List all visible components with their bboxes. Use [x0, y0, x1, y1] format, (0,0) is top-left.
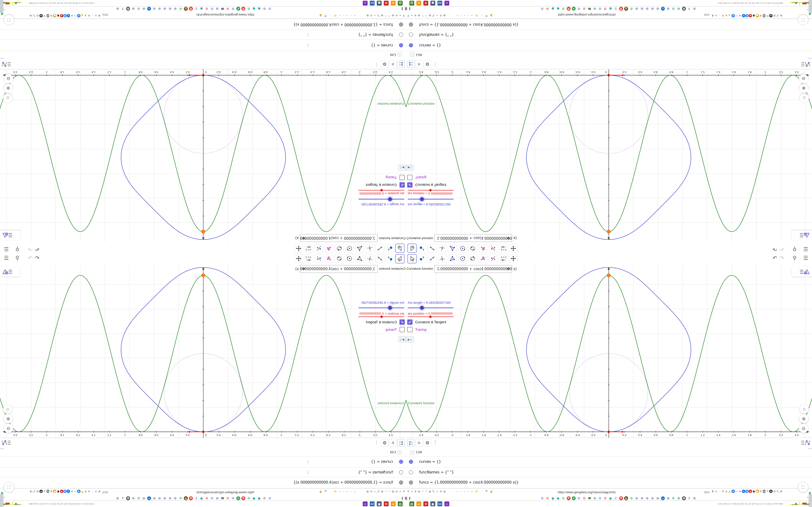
tracing-checkbox[interactable]	[407, 327, 412, 332]
algebra-view-icon[interactable]	[801, 61, 811, 68]
bookmark-favicon[interactable]: G	[262, 496, 266, 500]
browser-icon[interactable]: +	[742, 14, 745, 17]
search-icon[interactable]: ⚲	[792, 246, 798, 252]
browser-icon[interactable]: A	[731, 14, 735, 17]
browser-icon[interactable]: ⚄	[773, 490, 776, 493]
browser-icon[interactable]: ⚙	[29, 14, 33, 17]
settings-gear-button[interactable]: ⚙	[381, 60, 388, 68]
bookmark-favicon[interactable]: G	[540, 496, 544, 500]
zoom-in-button[interactable]: ⊕	[4, 414, 13, 423]
bookmark-favicon[interactable]: ✿	[158, 7, 161, 11]
browser-icon[interactable]: ⚙	[70, 490, 73, 493]
bookmark-favicon[interactable]: G	[247, 7, 251, 11]
tool-move[interactable]	[395, 254, 405, 264]
bookmark-favicon[interactable]: ✿	[142, 7, 146, 11]
tool-ellipse[interactable]	[468, 244, 477, 253]
collapse-button[interactable]: −	[398, 52, 402, 56]
browser-icon[interactable]: ☆	[94, 14, 98, 17]
browser-icon[interactable]: ⧉	[50, 490, 53, 493]
browser-icon[interactable]: ◉	[53, 490, 56, 493]
tool-angle[interactable]: α	[325, 254, 334, 263]
settings-gear-button[interactable]: ⚙	[424, 439, 431, 447]
visibility-marble[interactable]	[399, 460, 403, 464]
browser-icon[interactable]: ◉	[53, 14, 56, 17]
browser-icon[interactable]: ⟳	[87, 14, 91, 17]
search-icon[interactable]: ⚲	[792, 255, 798, 261]
kebab-menu-icon[interactable]: ⋮	[306, 43, 310, 48]
browser-icon[interactable]: ○	[467, 490, 470, 493]
bookmark-favicon[interactable]: G	[561, 496, 565, 500]
browser-icon[interactable]: ●	[60, 490, 63, 493]
url-text[interactable]: https://www.geogebra.org/classic/aagcxh3…	[558, 491, 616, 494]
browser-icon[interactable]: Y	[406, 14, 410, 17]
bookmark-favicon[interactable]: G	[226, 496, 230, 500]
browser-icon[interactable]: →	[91, 490, 94, 493]
graphics-view[interactable]: -2.4-2.2-2-1.8-1.6-1.4-1.2-1-0.8-0.6-0.4…	[406, 69, 812, 242]
curvature-function-input[interactable]: 1.000000000000 + cos(4.000000000000 x)	[300, 234, 377, 242]
taskbar-app-icon[interactable]: 64	[370, 1, 374, 6]
bookmark-favicon[interactable]: ✿	[132, 496, 135, 500]
browser-icon[interactable]: ○	[459, 14, 463, 17]
browser-icon[interactable]: 🔧	[33, 14, 36, 17]
bookmark-favicon[interactable]: G	[262, 7, 266, 11]
browser-icon[interactable]: ◍	[417, 490, 421, 493]
bookmark-favicon[interactable]: ✿	[142, 496, 146, 500]
bookmark-favicon[interactable]: ✿	[168, 496, 172, 500]
bookmark-favicon[interactable]: Я	[189, 496, 193, 500]
kebab-menu-icon[interactable]: ⋮	[433, 62, 438, 67]
bookmark-favicon[interactable]: ✿	[640, 496, 644, 500]
browser-icon[interactable]: V	[745, 490, 749, 493]
arc-length-slider-knob[interactable]	[420, 197, 424, 201]
browser-icon[interactable]: ◠	[388, 14, 391, 17]
tool-move-graphics[interactable]	[509, 254, 518, 263]
home-button[interactable]: ⌂	[3, 94, 12, 103]
browser-icon[interactable]: 🔧	[776, 490, 779, 493]
list-row-curves[interactable]: curves = {} ⋮	[406, 456, 812, 467]
browser-icon[interactable]: ☆	[714, 14, 718, 17]
graphics-view[interactable]: -2.4-2.2-2-1.8-1.6-1.4-1.2-1-0.8-0.6-0.4…	[406, 265, 812, 438]
visibility-marble[interactable]	[409, 470, 413, 474]
taskbar-app-icon[interactable]: ⚙	[384, 501, 389, 506]
bookmark-favicon[interactable]: G	[179, 496, 183, 500]
arc-length-slider-knob[interactable]	[420, 306, 424, 310]
bookmark-favicon[interactable]: ◉	[556, 496, 560, 500]
taskbar-app-icon[interactable]: ▣	[377, 501, 382, 506]
taskbar-app-icon[interactable]: ⚙	[423, 1, 428, 6]
browser-icon[interactable]: 🔒	[490, 490, 493, 493]
bookmark-favicon[interactable]: ✿	[215, 7, 219, 11]
bookmark-favicon[interactable]: G	[268, 7, 272, 11]
bookmark-favicon[interactable]: ✿	[651, 7, 654, 11]
tool-polygon[interactable]	[355, 254, 364, 263]
browser-icon[interactable]: ∘	[456, 14, 459, 17]
fullscreen-button[interactable]: ⛶	[798, 14, 808, 25]
browser-icon[interactable]: 📁	[475, 490, 478, 493]
browser-icon[interactable]: ⤓	[725, 14, 728, 17]
browser-icon[interactable]: ←	[329, 14, 332, 17]
search-icon[interactable]: ⚲	[14, 246, 20, 252]
bookmark-favicon[interactable]: G	[577, 496, 581, 500]
graphics-view[interactable]: -2.4-2.2-2-1.8-1.6-1.4-1.2-1-0.8-0.6-0.4…	[0, 69, 406, 242]
taskbar-app-icon[interactable]: ▤	[409, 501, 414, 506]
list-row-curves[interactable]: curves = {} ⋮	[406, 40, 812, 51]
taskbar-app-icon[interactable]: ●	[416, 501, 421, 506]
tool-angle[interactable]: α	[478, 254, 487, 263]
browser-icon[interactable]: V	[63, 490, 67, 493]
taskbar-app-icon[interactable]: ▣	[430, 1, 435, 6]
fullscreen-button[interactable]: ⛶	[4, 14, 14, 25]
browser-icon[interactable]: UO	[46, 14, 50, 17]
bookmark-favicon[interactable]: W	[588, 7, 591, 11]
browser-icon[interactable]: ⤓	[725, 490, 728, 493]
bookmark-favicon[interactable]: ✔	[572, 496, 576, 500]
taskbar-app-icon[interactable]: ☺	[363, 501, 367, 506]
visibility-marble[interactable]	[399, 33, 403, 37]
bookmark-favicon[interactable]: ✿	[168, 7, 172, 11]
browser-icon[interactable]: 🔧	[377, 14, 380, 17]
browser-icon[interactable]: ●	[39, 490, 43, 493]
menu-icon[interactable]: ☰	[803, 246, 809, 252]
browser-icon[interactable]: UO	[762, 14, 766, 17]
bookmark-favicon[interactable]: G	[603, 496, 607, 500]
bookmark-favicon[interactable]: ✿	[152, 7, 156, 11]
url-text[interactable]: https://www.geogebra.org/classic/aagcxh3…	[558, 13, 616, 16]
tool-angle[interactable]: α	[478, 244, 487, 253]
menu-icon[interactable]: ☰	[3, 246, 9, 252]
